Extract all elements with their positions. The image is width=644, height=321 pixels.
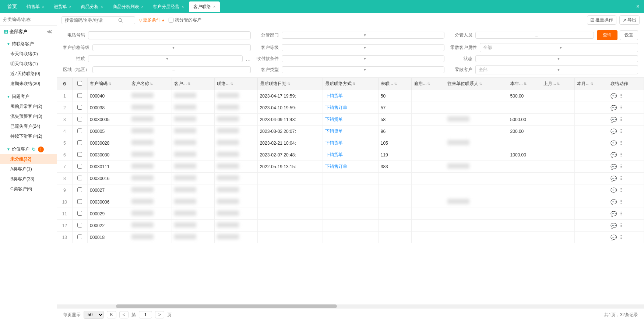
tab-customer-contact[interactable]: 客户联络 × — [189, 1, 220, 12]
row-checkbox-9[interactable] — [72, 196, 87, 208]
group-c-item[interactable]: C类客户(6) — [0, 184, 57, 194]
action-more-icon[interactable]: ⠿ — [619, 176, 623, 181]
dept-select[interactable]: ▼ — [282, 32, 444, 39]
action-chat-icon[interactable]: 💬 — [610, 140, 617, 146]
action-more-icon[interactable]: ⠿ — [619, 105, 623, 111]
close-window-btn[interactable]: × — [635, 2, 641, 11]
sidebar-search-input[interactable] — [3, 17, 57, 22]
tomorrow-pending-item[interactable]: 明天待联络(1) — [0, 59, 57, 69]
reset-btn[interactable]: 设置 — [620, 30, 638, 40]
action-chat-icon[interactable]: 💬 — [610, 223, 617, 229]
action-chat-icon[interactable]: 💬 — [610, 234, 617, 240]
churn-risk-item[interactable]: 流失预警客户(3) — [0, 112, 57, 121]
action-more-icon[interactable]: ⠿ — [619, 140, 623, 146]
status-select[interactable]: ▼ — [475, 55, 638, 62]
my-customer-filter[interactable]: 我分管的客户 — [169, 17, 201, 23]
action-chat-icon[interactable]: 💬 — [610, 164, 617, 170]
lost-customers-item[interactable]: 已流失客户(24) — [0, 121, 57, 131]
nature-select[interactable]: ▼ — [88, 55, 243, 62]
action-chat-icon[interactable]: 💬 — [610, 199, 617, 205]
row-checkbox-7[interactable] — [72, 173, 87, 184]
tab-purchase[interactable]: 进货单 × — [49, 1, 76, 12]
retail-attr-select[interactable]: 全部 ▼ — [480, 43, 638, 52]
action-more-icon[interactable]: ⠿ — [619, 199, 623, 205]
phone-input[interactable] — [88, 31, 251, 39]
action-chat-icon[interactable]: 💬 — [610, 117, 617, 123]
pending-contact-group[interactable]: ▼ 待联络客户 — [0, 39, 57, 49]
horizontal-scrollbar[interactable] — [57, 304, 644, 308]
row-checkbox-0[interactable] — [72, 90, 87, 102]
select-all-checkbox[interactable] — [77, 81, 82, 86]
refresh-icon[interactable]: ↻ — [32, 147, 36, 152]
my-customer-checkbox[interactable] — [169, 18, 173, 22]
customer-type-select[interactable]: ▼ — [282, 66, 444, 73]
tab-sales[interactable]: 销售单 × — [22, 1, 49, 12]
retail-customer-select[interactable]: 全部 ▼ — [475, 65, 638, 74]
next-page-btn[interactable]: > — [155, 311, 164, 318]
close-purchase-tab[interactable]: × — [69, 5, 71, 9]
action-chat-icon[interactable]: 💬 — [610, 176, 617, 181]
action-chat-icon[interactable]: 💬 — [610, 105, 617, 111]
recent7-pending-item[interactable]: 近7天待联络(0) — [0, 69, 57, 79]
action-chat-icon[interactable]: 💬 — [610, 187, 617, 193]
action-more-icon[interactable]: ⠿ — [619, 187, 623, 193]
row-checkbox-5[interactable] — [72, 149, 87, 161]
scrollbar-thumb[interactable] — [116, 304, 337, 308]
row-checkbox-11[interactable] — [72, 220, 87, 232]
value-customers-group[interactable]: ▼ 价值客户 ↻ ! — [0, 144, 57, 154]
action-more-icon[interactable]: ⠿ — [619, 234, 623, 240]
action-more-icon[interactable]: ⠿ — [619, 152, 623, 158]
close-product-analysis-list-tab[interactable]: × — [141, 5, 144, 9]
prev-page-btn[interactable]: < — [119, 311, 129, 318]
row-checkbox-2[interactable] — [72, 114, 87, 126]
query-btn[interactable]: 查询 — [597, 30, 617, 40]
tab-customer-segmentation[interactable]: 客户分层经营 × — [148, 1, 188, 12]
action-more-icon[interactable]: ⠿ — [619, 128, 623, 134]
close-product-analysis-tab[interactable]: × — [101, 5, 103, 9]
continuous-decline-item[interactable]: 持续下滑客户(2) — [0, 131, 57, 141]
action-more-icon[interactable]: ⠿ — [619, 211, 623, 217]
export-btn[interactable]: ↗ 导出 — [619, 15, 640, 25]
action-chat-icon[interactable]: 💬 — [610, 152, 617, 158]
row-checkbox-12[interactable] — [72, 232, 87, 243]
close-customer-seg-tab[interactable]: × — [182, 5, 184, 9]
action-chat-icon[interactable]: 💬 — [610, 211, 617, 217]
abnormal-purchase-item[interactable]: 囤购异常客户(2) — [0, 102, 57, 112]
payment-select[interactable]: ▼ — [282, 55, 444, 62]
all-customers-header[interactable]: ⊞ 全部客户 ≪ — [0, 26, 57, 38]
action-chat-icon[interactable]: 💬 — [610, 93, 617, 99]
problem-customers-group[interactable]: ▼ 问题客户 — [0, 92, 57, 102]
row-checkbox-10[interactable] — [72, 208, 87, 220]
settings-col-header[interactable]: ⚙ — [57, 78, 72, 90]
close-customer-contact-tab[interactable]: × — [213, 5, 215, 9]
row-checkbox-3[interactable] — [72, 126, 87, 137]
tab-product-analysis-list[interactable]: 商品分析列表 × — [108, 1, 148, 12]
per-page-select[interactable]: 50 100 200 — [84, 311, 104, 319]
row-checkbox-8[interactable] — [72, 184, 87, 196]
close-sales-tab[interactable]: × — [42, 5, 44, 9]
row-checkbox-1[interactable] — [72, 102, 87, 114]
tab-product-analysis[interactable]: 商品分析 × — [77, 1, 108, 12]
action-more-icon[interactable]: ⠿ — [619, 164, 623, 170]
today-pending-item[interactable]: 今天待联络(0) — [0, 49, 57, 59]
action-chat-icon[interactable]: 💬 — [610, 128, 617, 134]
row-checkbox-4[interactable] — [72, 137, 87, 149]
action-more-icon[interactable]: ⠿ — [619, 117, 623, 123]
group-a-item[interactable]: A类客户(1) — [0, 164, 57, 174]
home-tab[interactable]: 首页 — [3, 3, 21, 10]
sidebar-collapse-btn[interactable]: ≪ — [46, 28, 53, 35]
group-b-item[interactable]: B类客户(33) — [0, 174, 57, 184]
more-conditions-btn[interactable]: ▽ 更多条件 ▲ — [139, 17, 165, 23]
personnel-select[interactable]: … — [475, 32, 594, 39]
ungroup-item[interactable]: 未分组(32) — [0, 154, 57, 164]
overdue-pending-item[interactable]: 逾期未联络(30) — [0, 79, 57, 89]
action-more-icon[interactable]: ⠿ — [619, 223, 623, 229]
price-grade-select[interactable]: ▼ — [92, 44, 251, 51]
main-search-input[interactable] — [65, 18, 116, 23]
action-more-icon[interactable]: ⠿ — [619, 93, 623, 99]
row-checkbox-6[interactable] — [72, 161, 87, 173]
customer-grade-select[interactable]: ▼ — [282, 44, 444, 51]
first-page-btn[interactable]: K — [107, 311, 116, 318]
region-select[interactable]: … — [92, 66, 251, 73]
batch-ops-btn[interactable]: ☑ 批量操作 — [587, 15, 616, 25]
